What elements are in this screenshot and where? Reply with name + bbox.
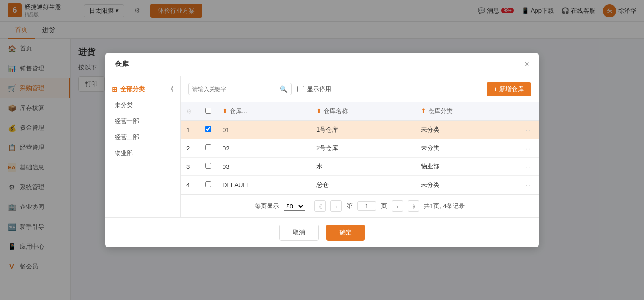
modal-body: ⊞ 全部分类 《 未分类 经营一部 经营二部 物业部 bbox=[105, 76, 539, 217]
search-input[interactable] bbox=[192, 86, 280, 92]
category-item-unclassified[interactable]: 未分类 bbox=[105, 97, 180, 113]
search-box[interactable]: 🔍 bbox=[188, 83, 292, 95]
modal-header: 仓库 × bbox=[105, 53, 539, 76]
category-all-header[interactable]: ⊞ 全部分类 《 bbox=[105, 81, 180, 97]
cat-item-label-1: 经营一部 bbox=[115, 117, 139, 125]
th-name: ⬆仓库名称 bbox=[311, 102, 415, 121]
row-actions-btn[interactable]: ··· bbox=[526, 163, 531, 170]
page-unit: 页 bbox=[381, 202, 387, 210]
cell-checkbox[interactable] bbox=[199, 139, 217, 158]
show-disabled-label: 显示停用 bbox=[307, 85, 331, 93]
cell-num: 2 bbox=[181, 139, 199, 158]
cell-actions[interactable]: ··· bbox=[520, 139, 539, 158]
row-actions-btn[interactable]: ··· bbox=[526, 182, 531, 189]
confirm-button[interactable]: 确定 bbox=[326, 225, 365, 241]
th-category: ⬆仓库分类 bbox=[415, 102, 520, 121]
modal-title: 仓库 bbox=[115, 60, 129, 69]
table-body: 1 01 1号仓库 未分类 ··· 2 02 2号仓库 未分类 ··· 3 03… bbox=[181, 121, 539, 194]
category-panel: ⊞ 全部分类 《 未分类 经营一部 经营二部 物业部 bbox=[105, 76, 181, 217]
table-row[interactable]: 1 01 1号仓库 未分类 ··· bbox=[181, 121, 539, 139]
cell-num: 1 bbox=[181, 121, 199, 139]
table-row[interactable]: 2 02 2号仓库 未分类 ··· bbox=[181, 139, 539, 158]
grid-icon: ⊞ bbox=[112, 85, 117, 93]
cell-name: 1号仓库 bbox=[311, 121, 415, 139]
category-item-dept2[interactable]: 经营二部 bbox=[105, 129, 180, 145]
prev-page-btn[interactable]: ‹ bbox=[330, 200, 342, 212]
last-page-btn[interactable]: ⟫ bbox=[408, 200, 419, 212]
category-all-label: 全部分类 bbox=[120, 85, 145, 93]
category-item-dept1[interactable]: 经营一部 bbox=[105, 113, 180, 129]
page-input[interactable] bbox=[357, 201, 376, 211]
th-actions bbox=[520, 102, 539, 121]
right-panel: 🔍 显示停用 + 新增仓库 ⚙ bbox=[181, 76, 539, 217]
cell-name: 水 bbox=[311, 158, 415, 176]
cancel-button[interactable]: 取消 bbox=[279, 225, 319, 241]
th-gear-icon: ⚙ bbox=[186, 108, 192, 115]
cell-code: 01 bbox=[217, 121, 311, 139]
cell-checkbox[interactable] bbox=[199, 121, 217, 139]
th-checkbox bbox=[199, 102, 217, 121]
category-item-property[interactable]: 物业部 bbox=[105, 145, 180, 161]
cell-category: 物业部 bbox=[415, 158, 520, 176]
per-page-label: 每页显示 bbox=[255, 202, 279, 210]
per-page-select[interactable]: 50 20 100 bbox=[284, 202, 305, 211]
cell-category: 未分类 bbox=[415, 139, 520, 158]
sort-name-icon: ⬆ bbox=[316, 108, 322, 115]
modal-toolbar: 🔍 显示停用 + 新增仓库 bbox=[181, 76, 539, 102]
table-header: ⚙ ⬆仓库... ⬆仓库名称 ⬆仓库分类 bbox=[181, 102, 539, 121]
cell-name: 2号仓库 bbox=[311, 139, 415, 158]
th-settings: ⚙ bbox=[181, 102, 199, 121]
cat-item-label-3: 物业部 bbox=[115, 150, 133, 157]
cell-name: 总仓 bbox=[311, 176, 415, 194]
cell-checkbox[interactable] bbox=[199, 176, 217, 194]
page-label: 第 bbox=[347, 202, 353, 210]
warehouse-modal: 仓库 × ⊞ 全部分类 《 未分类 经营一部 经营二部 bbox=[105, 53, 539, 247]
cat-item-label-0: 未分类 bbox=[115, 101, 133, 108]
cell-num: 3 bbox=[181, 158, 199, 176]
cell-code: 02 bbox=[217, 139, 311, 158]
cell-category: 未分类 bbox=[415, 121, 520, 139]
add-warehouse-button[interactable]: + 新增仓库 bbox=[487, 82, 531, 96]
collapse-icon[interactable]: 《 bbox=[167, 85, 173, 93]
cell-category: 未分类 bbox=[415, 176, 520, 194]
show-disabled-checkbox[interactable] bbox=[297, 86, 304, 92]
first-page-btn[interactable]: ⟪ bbox=[314, 200, 326, 212]
table-row[interactable]: 3 03 水 物业部 ··· bbox=[181, 158, 539, 176]
sort-cat-icon: ⬆ bbox=[421, 108, 426, 115]
table-row[interactable]: 4 DEFAULT 总仓 未分类 ··· bbox=[181, 176, 539, 194]
modal-footer: 取消 确定 bbox=[105, 217, 539, 247]
modal-close-button[interactable]: × bbox=[524, 59, 529, 69]
select-all-checkbox[interactable] bbox=[205, 108, 211, 114]
sort-code-icon: ⬆ bbox=[223, 108, 228, 115]
cell-code: DEFAULT bbox=[217, 176, 311, 194]
next-page-btn[interactable]: › bbox=[392, 200, 403, 212]
row-actions-btn[interactable]: ··· bbox=[526, 145, 531, 152]
th-code: ⬆仓库... bbox=[217, 102, 311, 121]
warehouse-table-container: ⚙ ⬆仓库... ⬆仓库名称 ⬆仓库分类 1 01 1号仓库 bbox=[181, 102, 539, 194]
row-actions-btn[interactable]: ··· bbox=[526, 126, 531, 133]
search-icon: 🔍 bbox=[280, 85, 288, 93]
cat-item-label-2: 经营二部 bbox=[115, 133, 139, 141]
cell-actions[interactable]: ··· bbox=[520, 176, 539, 194]
modal-overlay: 仓库 × ⊞ 全部分类 《 未分类 经营一部 经营二部 bbox=[0, 0, 644, 300]
show-disabled-group: 显示停用 bbox=[297, 85, 331, 93]
cell-checkbox[interactable] bbox=[199, 158, 217, 176]
cell-code: 03 bbox=[217, 158, 311, 176]
pagination: 每页显示 50 20 100 ⟪ ‹ 第 页 › ⟫ 共1页, 4条记录 bbox=[181, 194, 539, 217]
cell-actions[interactable]: ··· bbox=[520, 158, 539, 176]
cell-actions[interactable]: ··· bbox=[520, 121, 539, 139]
warehouse-table: ⚙ ⬆仓库... ⬆仓库名称 ⬆仓库分类 1 01 1号仓库 bbox=[181, 102, 539, 194]
total-info: 共1页, 4条记录 bbox=[424, 202, 465, 210]
cell-num: 4 bbox=[181, 176, 199, 194]
